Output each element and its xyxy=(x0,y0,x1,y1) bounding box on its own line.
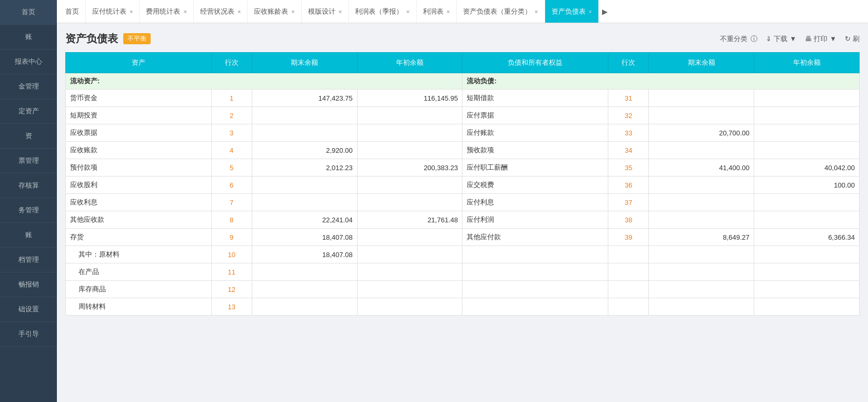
cell-begin-balance xyxy=(357,229,462,246)
tab-close-receivable-aging[interactable]: × xyxy=(291,8,294,15)
unbalanced-badge: 不平衡 xyxy=(123,33,151,44)
tab-balance-sheet[interactable]: 资产负债表 × xyxy=(545,0,599,23)
cell-liab-name: 应付利息 xyxy=(462,194,608,211)
table-row[interactable]: 存货 9 18,407.08 其他应付款 39 8,649.27 6,366.3… xyxy=(66,229,860,246)
cell-liab-seq: 32 xyxy=(608,107,649,124)
refresh-btn[interactable]: ↻ 刷 xyxy=(845,34,860,44)
sidebar-item-fixed-assets[interactable]: 定资产 xyxy=(0,99,57,124)
cell-liab-name: 应交税费 xyxy=(462,177,608,194)
table-row[interactable]: 应收账款 4 2,920.00 预收款项 34 xyxy=(66,142,860,159)
sidebar-item-account2[interactable]: 账 xyxy=(0,223,57,248)
page-title-area: 资产负债表 不平衡 xyxy=(65,32,151,46)
page-title: 资产负债表 xyxy=(65,32,118,46)
sidebar-item-archive[interactable]: 档管理 xyxy=(0,248,57,272)
cell-end-balance xyxy=(252,298,357,316)
cell-asset-name: 在产品 xyxy=(66,263,212,281)
cell-seq: 5 xyxy=(211,159,252,177)
tab-payable-stats[interactable]: 应付统计表 × xyxy=(86,0,140,23)
col-header-begin-balance: 年初余额 xyxy=(357,53,462,73)
cell-liab-end xyxy=(649,263,754,281)
cell-seq: 12 xyxy=(211,281,252,298)
main-area: 首页 应付统计表 × 费用统计表 × 经营状况表 × 应收账龄表 × 模版设计 … xyxy=(57,0,868,402)
sidebar-item-expense[interactable]: 畅报销 xyxy=(0,272,57,297)
tab-close-payable-stats[interactable]: × xyxy=(130,8,133,15)
download-icon: ⇓ xyxy=(766,35,772,43)
tab-close-balance-reclassified[interactable]: × xyxy=(535,8,538,15)
page-header: 资产负债表 不平衡 不重分类 ⓘ ⇓ 下载 ▼ 🖶 打印 ▼ xyxy=(65,32,860,46)
table-row[interactable]: 应收股利 6 应交税费 36 100.00 xyxy=(66,177,860,194)
cell-liab-name: 预收款项 xyxy=(462,142,608,159)
sidebar-item-settings[interactable]: 础设置 xyxy=(0,297,57,322)
no-reclassify-btn[interactable]: 不重分类 ⓘ xyxy=(720,34,757,44)
table-row[interactable]: 应收票据 3 应付账款 33 20,700.00 xyxy=(66,124,860,142)
sidebar-item-home[interactable]: 首页 xyxy=(0,0,57,25)
tab-operations[interactable]: 经营状况表 × xyxy=(194,0,248,23)
table-row[interactable]: 其他应收款 8 22,241.04 21,761.48 应付利润 38 xyxy=(66,211,860,229)
cell-liab-end xyxy=(649,246,754,263)
cell-liab-seq: 37 xyxy=(608,194,649,211)
tab-balance-reclassified[interactable]: 资产负债表（重分类） × xyxy=(457,0,545,23)
print-btn[interactable]: 🖶 打印 ▼ xyxy=(805,34,836,44)
sidebar-item-guide[interactable]: 手引导 xyxy=(0,322,57,347)
table-row[interactable]: 库存商品 12 xyxy=(66,281,860,298)
table-row[interactable]: 其中：原材料 10 18,407.08 xyxy=(66,246,860,263)
table-row[interactable]: 在产品 11 xyxy=(66,263,860,281)
sidebar-item-ledger[interactable]: 账 xyxy=(0,25,57,50)
cell-liab-name xyxy=(462,246,608,263)
tab-receivable-aging[interactable]: 应收账龄表 × xyxy=(248,0,301,23)
chevron-down-icon: ▼ xyxy=(790,35,796,43)
refresh-icon: ↻ xyxy=(845,35,851,43)
table-row[interactable]: 短期投资 2 应付票据 32 xyxy=(66,107,860,124)
table-row[interactable]: 周转材料 13 xyxy=(66,298,860,316)
cell-begin-balance xyxy=(357,142,462,159)
cell-seq: 7 xyxy=(211,194,252,211)
print-icon: 🖶 xyxy=(805,35,812,43)
tab-expense-stats[interactable]: 费用统计表 × xyxy=(140,0,193,23)
content-area: 资产负债表 不平衡 不重分类 ⓘ ⇓ 下载 ▼ 🖶 打印 ▼ xyxy=(57,23,868,402)
sidebar-item-inventory[interactable]: 存核算 xyxy=(0,173,57,198)
tab-profit[interactable]: 利润表 × xyxy=(417,0,457,23)
cell-end-balance: 2,920.00 xyxy=(252,142,357,159)
tab-home[interactable]: 首页 xyxy=(59,0,86,23)
download-btn[interactable]: ⇓ 下载 ▼ xyxy=(766,34,796,44)
sidebar-item-tax-mgmt[interactable]: 务管理 xyxy=(0,198,57,223)
sidebar-item-fund-mgmt[interactable]: 金管理 xyxy=(0,74,57,99)
table-row[interactable]: 预付款项 5 2,012.23 200,383.23 应付职工薪酬 35 41,… xyxy=(66,159,860,177)
tab-template-design[interactable]: 模版设计 × xyxy=(302,0,349,23)
sidebar-item-capital[interactable]: 资 xyxy=(0,124,57,149)
cell-end-balance xyxy=(252,107,357,124)
tab-close-profit[interactable]: × xyxy=(447,8,450,15)
cell-asset-name: 存货 xyxy=(66,229,212,246)
section-asset-label: 流动资产: xyxy=(66,73,462,90)
cell-seq: 4 xyxy=(211,142,252,159)
cell-liab-end: 8,649.27 xyxy=(649,229,754,246)
tab-profit-quarterly[interactable]: 利润表（季报） × xyxy=(349,0,416,23)
cell-liab-seq: 35 xyxy=(608,159,649,177)
tab-nav-right[interactable]: ▶ xyxy=(599,0,611,23)
sidebar-item-report-center[interactable]: 报表中心 xyxy=(0,50,57,74)
cell-seq: 6 xyxy=(211,177,252,194)
cell-liab-name: 应付票据 xyxy=(462,107,608,124)
tab-close-balance-sheet[interactable]: × xyxy=(589,8,592,15)
cell-seq: 9 xyxy=(211,229,252,246)
tab-close-profit-quarterly[interactable]: × xyxy=(406,8,409,15)
cell-liab-name: 其他应付款 xyxy=(462,229,608,246)
sidebar-item-invoice[interactable]: 票管理 xyxy=(0,149,57,173)
tab-close-template-design[interactable]: × xyxy=(339,8,342,15)
cell-liab-seq: 38 xyxy=(608,211,649,229)
cell-seq: 13 xyxy=(211,298,252,316)
table-row[interactable]: 应收利息 7 应付利息 37 xyxy=(66,194,860,211)
table-row[interactable]: 货币资金 1 147,423.75 116,145.95 短期借款 31 xyxy=(66,90,860,107)
tab-close-operations[interactable]: × xyxy=(238,8,241,15)
cell-liab-begin xyxy=(754,298,860,316)
cell-begin-balance: 21,761.48 xyxy=(357,211,462,229)
cell-begin-balance xyxy=(357,298,462,316)
cell-begin-balance xyxy=(357,194,462,211)
cell-liab-begin xyxy=(754,90,860,107)
tab-close-expense-stats[interactable]: × xyxy=(183,8,186,15)
cell-liab-seq: 33 xyxy=(608,124,649,142)
cell-liab-begin xyxy=(754,107,860,124)
col-header-liab-begin: 年初余额 xyxy=(754,53,860,73)
cell-liab-seq: 31 xyxy=(608,90,649,107)
cell-liab-begin: 40,042.00 xyxy=(754,159,860,177)
